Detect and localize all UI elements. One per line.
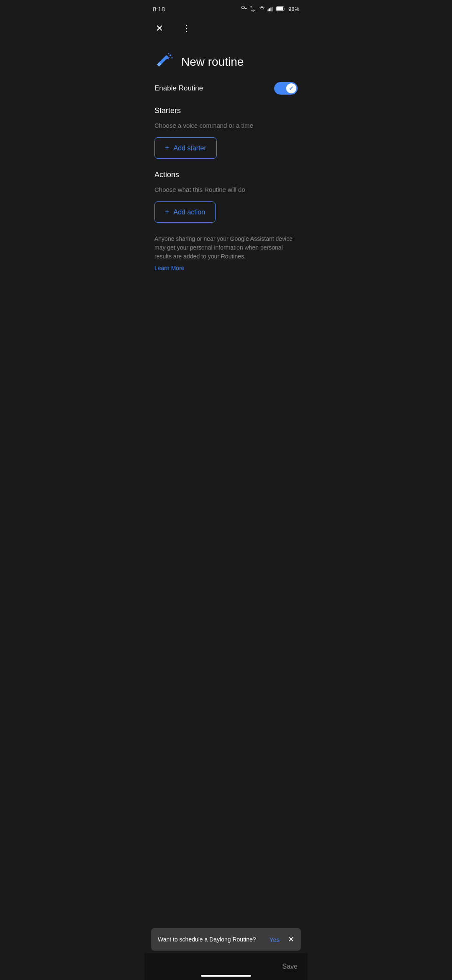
add-action-label: Add action [174,209,205,216]
close-icon: ✕ [156,23,163,34]
status-bar: 8:18 98% [144,0,308,17]
plus-icon: + [165,144,170,152]
page-title: New routine [181,55,244,69]
svg-rect-6 [277,7,283,10]
svg-point-9 [168,53,170,54]
privacy-info-text: Anyone sharing or near your Google Assis… [154,235,298,261]
actions-section: Actions Choose what this Routine will do… [154,170,298,235]
starters-description: Choose a voice command or a time [154,122,298,129]
close-button[interactable]: ✕ [151,20,168,37]
add-starter-button[interactable]: + Add starter [154,137,217,159]
add-starter-label: Add starter [174,144,206,152]
toggle-thumb: ✓ [286,83,296,93]
actions-description: Choose what this Routine will do [154,186,298,193]
learn-more-link[interactable]: Learn More [154,265,185,271]
add-action-button[interactable]: + Add action [154,201,216,223]
bell-muted-icon [250,5,257,12]
svg-rect-3 [270,8,271,11]
toggle-track: ✓ [274,82,298,95]
actions-heading: Actions [154,170,298,179]
svg-point-7 [170,54,171,56]
enable-routine-row: Enable Routine ✓ [154,82,298,95]
status-time: 8:18 [153,5,165,13]
status-icons: 98% [241,5,299,12]
toggle-check-icon: ✓ [289,85,294,92]
info-section: Anyone sharing or near your Google Assis… [154,235,298,272]
battery-percent: 98% [288,6,299,12]
more-options-button[interactable]: ⋮ [178,20,195,37]
signal-icon [267,6,274,11]
svg-line-0 [251,6,256,11]
more-options-icon: ⋮ [182,23,191,34]
enable-routine-label: Enable Routine [154,84,203,93]
battery-icon [276,6,285,11]
svg-rect-1 [267,10,268,12]
svg-rect-2 [269,8,270,11]
svg-rect-4 [272,7,273,11]
enable-routine-toggle[interactable]: ✓ [274,82,298,95]
top-app-bar: ✕ ⋮ [144,17,308,40]
title-section: New routine [154,52,298,72]
key-icon [241,5,248,12]
starters-heading: Starters [154,106,298,115]
add-action-plus-icon: + [165,208,170,217]
wifi-icon [259,6,265,11]
magic-wand-icon [154,52,175,72]
main-content: New routine Enable Routine ✓ Starters Ch… [144,40,308,280]
svg-point-8 [172,57,173,59]
starters-section: Starters Choose a voice command or a tim… [154,106,298,170]
